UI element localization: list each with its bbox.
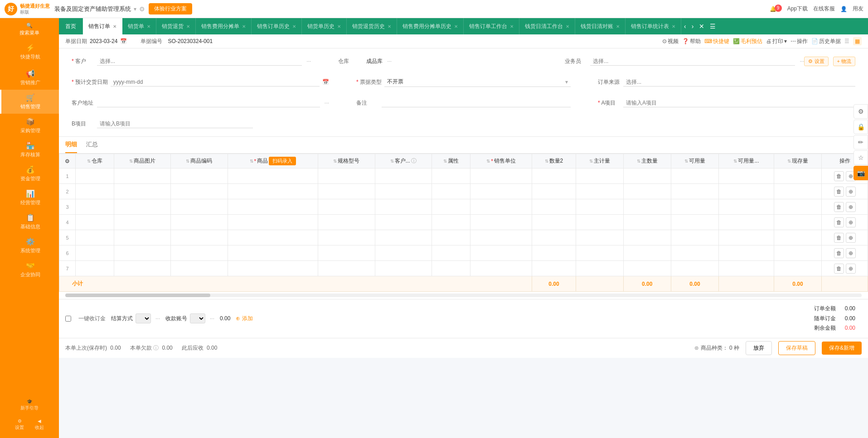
tab-order-history[interactable]: 销售订单历史 ✕	[252, 18, 302, 34]
collapse-sidebar[interactable]: ◀ 收起	[33, 417, 46, 433]
row-7-main-qty[interactable]	[623, 261, 671, 276]
sidebar-item-sales[interactable]: 🛒 销售管理	[0, 90, 59, 114]
row-6-customer-code[interactable]	[375, 245, 432, 261]
row-7-unit[interactable]	[470, 261, 532, 276]
row-7-qty2[interactable]	[532, 261, 576, 276]
row-6-main-qty[interactable]	[623, 245, 671, 261]
sort-warehouse[interactable]: ⇅	[87, 159, 91, 164]
search-menu[interactable]: 🔍 搜索菜单	[0, 18, 59, 40]
row-5-stock[interactable]	[774, 230, 821, 245]
sort-code[interactable]: ⇅	[186, 159, 189, 164]
close-tab-12[interactable]: ✕	[672, 24, 675, 29]
close-tab-11[interactable]: ✕	[616, 24, 620, 29]
remark-input[interactable]	[382, 99, 571, 107]
customer-code-info[interactable]: ⓘ	[411, 157, 417, 165]
sidebar-item-basic[interactable]: 📋 基础信息	[0, 210, 59, 234]
row-5-delete[interactable]: 🗑	[834, 233, 844, 243]
tab-summary[interactable]: 汇总	[86, 137, 98, 153]
sidebar-item-marketing[interactable]: 📢 营销推广	[0, 66, 59, 90]
row-2-main-unit[interactable]	[576, 184, 623, 199]
row-6-qty2[interactable]	[532, 245, 576, 261]
row-5-main-qty[interactable]	[623, 230, 671, 245]
row-6-delete[interactable]: 🗑	[834, 248, 844, 258]
row-1-available[interactable]	[671, 168, 718, 184]
row-5-available-more[interactable]	[719, 230, 774, 245]
row-7-main-unit[interactable]	[576, 261, 623, 276]
row-7-code[interactable]	[171, 261, 228, 276]
sidebar-item-system[interactable]: ⚙️ 系统管理	[0, 234, 59, 258]
close-tab-7[interactable]: ✕	[388, 24, 391, 29]
row-3-image[interactable]	[114, 199, 171, 215]
row-5-qty2[interactable]	[532, 230, 576, 245]
row-3-code[interactable]	[171, 199, 228, 215]
one-click-checkbox[interactable]	[65, 316, 71, 322]
sort-main-qty[interactable]: ⇅	[637, 159, 640, 164]
right-panel-camera[interactable]: 📷	[853, 166, 868, 180]
print-btn[interactable]: 🖨 打印 ▾	[766, 38, 787, 45]
row-2-image[interactable]	[114, 184, 171, 199]
row-6-main-unit[interactable]	[576, 245, 623, 261]
receipt-dots[interactable]: ···	[210, 315, 214, 322]
row-5-warehouse[interactable]	[76, 230, 114, 245]
online-service[interactable]: 在线客服	[813, 5, 835, 13]
row-6-copy[interactable]: ⊕	[846, 248, 856, 258]
row-3-attr[interactable]	[432, 199, 470, 215]
row-2-goods[interactable]	[228, 184, 318, 199]
tab-stats[interactable]: 销售订单统计表 ✕	[626, 18, 681, 34]
row-1-main-qty[interactable]	[623, 168, 671, 184]
row-4-delete[interactable]: 🗑	[834, 217, 844, 227]
sort-image[interactable]: ⇅	[129, 159, 133, 164]
close-tab-6[interactable]: ✕	[337, 24, 341, 29]
user-avatar[interactable]: 👤	[840, 6, 847, 12]
settings-btn[interactable]: ⚙ 设置	[804, 57, 828, 66]
row-4-code[interactable]	[171, 215, 228, 230]
close-tab-5[interactable]: ✕	[292, 24, 296, 29]
close-tab-sales-invoice[interactable]: ✕	[147, 24, 150, 29]
row-2-qty2[interactable]	[532, 184, 576, 199]
profit-btn[interactable]: 💹 毛利预估	[733, 38, 762, 45]
sort-customer-code[interactable]: ⇅	[390, 159, 394, 164]
row-6-attr[interactable]	[432, 245, 470, 261]
row-3-main-qty[interactable]	[623, 199, 671, 215]
row-1-delete[interactable]: 🗑	[834, 171, 844, 181]
sort-goods[interactable]: ⇅	[250, 159, 253, 164]
row-7-warehouse[interactable]	[76, 261, 114, 276]
row-5-customer-code[interactable]	[375, 230, 432, 245]
row-7-spec[interactable]	[318, 261, 375, 276]
row-6-available[interactable]	[671, 245, 718, 261]
row-7-attr[interactable]	[432, 261, 470, 276]
customer-dots[interactable]: ···	[306, 58, 311, 64]
tab-daily-workbench[interactable]: 钱货日清工作台 ✕	[519, 18, 575, 34]
scroll-thumb[interactable]	[65, 294, 210, 297]
row-7-delete[interactable]: 🗑	[834, 264, 844, 274]
col-settings[interactable]: ⚙	[59, 154, 76, 168]
row-6-stock[interactable]	[774, 245, 821, 261]
row-6-warehouse[interactable]	[76, 245, 114, 261]
row-5-unit[interactable]	[470, 230, 532, 245]
staff-input[interactable]	[590, 57, 795, 66]
row-4-spec[interactable]	[318, 215, 375, 230]
row-6-image[interactable]	[114, 245, 171, 261]
sidebar-item-finance[interactable]: 💰 资金管理	[0, 162, 59, 186]
close-tab-9[interactable]: ✕	[510, 24, 514, 29]
staff-dots[interactable]: ···	[800, 58, 804, 64]
sort-stock[interactable]: ⇅	[787, 159, 791, 164]
row-7-available-more[interactable]	[719, 261, 774, 276]
row-3-available[interactable]	[671, 199, 718, 215]
a-project-input[interactable]	[623, 99, 855, 107]
tab-menu[interactable]: ☰	[707, 23, 718, 30]
save-new-btn[interactable]: 保存&新增	[822, 342, 862, 355]
row-2-attr[interactable]	[432, 184, 470, 199]
operate-btn[interactable]: ⋯ 操作	[790, 38, 808, 45]
new-guide[interactable]: 🎓 新手引导	[19, 397, 40, 413]
row-4-stock[interactable]	[774, 215, 821, 230]
row-2-delete[interactable]: 🗑	[834, 187, 844, 197]
row-3-goods[interactable]	[228, 199, 318, 215]
row-7-customer-code[interactable]	[375, 261, 432, 276]
row-4-image[interactable]	[114, 215, 171, 230]
row-4-available-more[interactable]	[719, 215, 774, 230]
row-3-copy[interactable]: ⊕	[846, 202, 856, 212]
row-1-spec[interactable]	[318, 168, 375, 184]
sort-unit[interactable]: ⇅	[486, 159, 490, 164]
row-2-copy[interactable]: ⊕	[846, 187, 856, 197]
